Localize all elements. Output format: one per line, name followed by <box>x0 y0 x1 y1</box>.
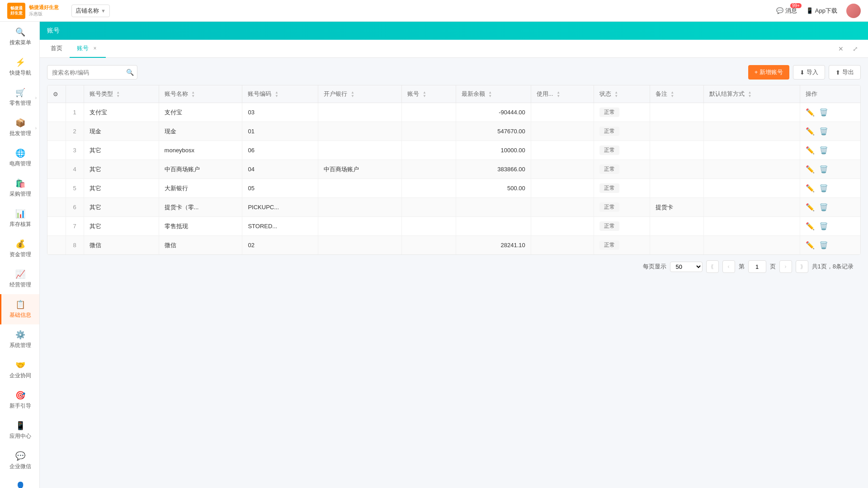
tab-close-button[interactable]: ✕ <box>835 43 846 54</box>
sidebar-item-inventory-label: 库存核算 <box>9 221 31 228</box>
delete-icon[interactable]: 🗑️ <box>819 203 828 211</box>
tab-account-close[interactable]: × <box>91 45 99 52</box>
delete-icon[interactable]: 🗑️ <box>819 241 828 249</box>
avatar[interactable] <box>846 4 861 18</box>
sidebar-item-finance-label: 资金管理 <box>9 251 31 258</box>
edit-icon[interactable]: ✏️ <box>806 184 815 192</box>
edit-icon[interactable]: ✏️ <box>806 108 815 117</box>
cell-usage <box>531 160 594 179</box>
tab-account[interactable]: 账号 × <box>70 40 106 58</box>
delete-icon[interactable]: 🗑️ <box>819 127 828 136</box>
first-page-button[interactable]: ⟪ <box>706 260 719 273</box>
data-table-wrap: ⚙ 账号类型 ▲▼ 账号名称 ▲▼ 账号编码 <box>47 85 861 255</box>
toolbar-right: + 新增账号 ⬇ 导入 ⬆ 导出 <box>748 65 861 80</box>
app-download-button[interactable]: 📱 App下载 <box>806 7 837 15</box>
next-page-button[interactable]: › <box>779 260 792 273</box>
col-name[interactable]: 账号名称 ▲▼ <box>159 85 242 103</box>
sidebar-item-purchase-label: 采购管理 <box>9 190 31 198</box>
cart-icon: 🛒 <box>15 88 25 98</box>
delete-icon[interactable]: 🗑️ <box>819 184 828 192</box>
delete-icon[interactable]: 🗑️ <box>819 165 828 174</box>
sidebar-item-operations[interactable]: 📈 经营管理 <box>0 264 39 294</box>
mobile-icon: 📱 <box>806 7 813 14</box>
last-page-button[interactable]: ⟫ <box>796 260 808 273</box>
col-default-settlement[interactable]: 默认结算方式 ▲▼ <box>703 85 800 103</box>
sidebar-item-cooperation[interactable]: 🤝 企业协同 <box>0 355 39 385</box>
store-selector[interactable]: 店铺名称 ▼ <box>71 5 110 17</box>
cell-status: 正常 <box>594 160 650 179</box>
tab-account-label: 账号 <box>77 44 89 52</box>
cell-balance: 10000.00 <box>456 141 531 160</box>
message-button[interactable]: 💬 消息 99+ <box>776 7 797 15</box>
sidebar-item-system[interactable]: ⚙️ 系统管理 <box>0 324 39 355</box>
edit-icon[interactable]: ✏️ <box>806 203 815 211</box>
sidebar-item-guide[interactable]: 🎯 新手引导 <box>0 385 39 415</box>
page-number-input[interactable] <box>748 260 766 273</box>
clipboard-icon: 📋 <box>15 300 25 310</box>
sidebar-item-enterprise-wx[interactable]: 💬 企业微信 <box>0 446 39 476</box>
sort-icon-status: ▲▼ <box>614 91 618 98</box>
cell-index: 2 <box>66 122 84 141</box>
search-icon: 🔍 <box>126 69 134 76</box>
sidebar-item-quick[interactable]: ⚡ 快捷导航 <box>0 52 39 82</box>
cell-usage <box>531 122 594 141</box>
tab-expand-button[interactable]: ⤢ <box>850 43 861 54</box>
col-balance[interactable]: 最新余额 ▲▼ <box>456 85 531 103</box>
sidebar-item-finance[interactable]: 💰 资金管理 <box>0 234 39 264</box>
col-type[interactable]: 账号类型 ▲▼ <box>84 85 159 103</box>
col-usage[interactable]: 使用... ▲▼ <box>531 85 594 103</box>
prev-page-button[interactable]: ‹ <box>722 260 735 273</box>
sidebar-item-ecommerce[interactable]: 🌐 电商管理 <box>0 143 39 173</box>
cell-status: 正常 <box>594 141 650 160</box>
sidebar-item-retail[interactable]: 🛒 零售管理 › <box>0 82 39 113</box>
delete-icon[interactable]: 🗑️ <box>819 146 828 155</box>
cell-usage <box>531 103 594 122</box>
sort-icon-remark: ▲▼ <box>670 91 674 98</box>
sort-icon-account: ▲▼ <box>423 91 426 98</box>
sidebar-item-inventory[interactable]: 📊 库存核算 <box>0 203 39 234</box>
cell-code: PICKUPC... <box>242 198 318 217</box>
col-status[interactable]: 状态 ▲▼ <box>594 85 650 103</box>
status-badge: 正常 <box>599 108 619 117</box>
edit-icon[interactable]: ✏️ <box>806 241 815 249</box>
search-icon: 🔍 <box>15 27 25 37</box>
sidebar-item-member[interactable]: 👤 畅会员 <box>0 476 39 488</box>
main-layout: 🔍 搜索菜单 ⚡ 快捷导航 🛒 零售管理 › 📦 批发管理 › 🌐 电商管理 🛍… <box>0 22 868 488</box>
cell-name: 支付宝 <box>159 103 242 122</box>
cell-account <box>402 160 456 179</box>
sidebar-item-search[interactable]: 🔍 搜索菜单 <box>0 22 39 52</box>
cell-code: 06 <box>242 141 318 160</box>
import-button[interactable]: ⬇ 导入 <box>793 65 825 80</box>
col-bank[interactable]: 开户银行 ▲▼ <box>318 85 402 103</box>
add-account-button[interactable]: + 新增账号 <box>748 65 789 80</box>
page-suffix: 页 <box>770 263 776 271</box>
edit-icon[interactable]: ✏️ <box>806 127 815 136</box>
cell-remark <box>650 160 703 179</box>
cell-name: 提货卡（零... <box>159 198 242 217</box>
cell-status: 正常 <box>594 236 650 255</box>
edit-icon[interactable]: ✏️ <box>806 165 815 174</box>
delete-icon[interactable]: 🗑️ <box>819 222 828 230</box>
edit-icon[interactable]: ✏️ <box>806 146 815 155</box>
tab-home[interactable]: 首页 <box>43 40 70 58</box>
sidebar-item-purchase[interactable]: 🛍️ 采购管理 <box>0 173 39 203</box>
col-remark[interactable]: 备注 ▲▼ <box>650 85 703 103</box>
table-row: 5 其它 大新银行 05 500.00 正常 ✏️ 🗑️ <box>47 179 860 198</box>
user-icon: 👤 <box>15 481 25 488</box>
page-size-select[interactable]: 20 50 100 <box>670 262 703 272</box>
sidebar-item-wholesale[interactable]: 📦 批发管理 › <box>0 113 39 143</box>
sidebar-item-basic[interactable]: 📋 基础信息 <box>0 294 39 324</box>
col-account[interactable]: 账号 ▲▼ <box>402 85 456 103</box>
sidebar-item-app-center[interactable]: 📱 应用中心 <box>0 415 39 446</box>
edit-icon[interactable]: ✏️ <box>806 222 815 230</box>
content-area: 账号 首页 账号 × ✕ ⤢ 🔍 <box>40 22 868 488</box>
export-button[interactable]: ⬆ 导出 <box>829 65 861 80</box>
col-code[interactable]: 账号编码 ▲▼ <box>242 85 318 103</box>
cell-settings <box>47 160 66 179</box>
col-settings[interactable]: ⚙ <box>47 85 66 103</box>
delete-icon[interactable]: 🗑️ <box>819 108 828 117</box>
chevron-right-icon: › <box>35 95 37 100</box>
app-download-label: App下载 <box>815 7 837 15</box>
tab-actions: ✕ ⤢ <box>835 43 864 54</box>
search-input[interactable] <box>47 65 137 80</box>
